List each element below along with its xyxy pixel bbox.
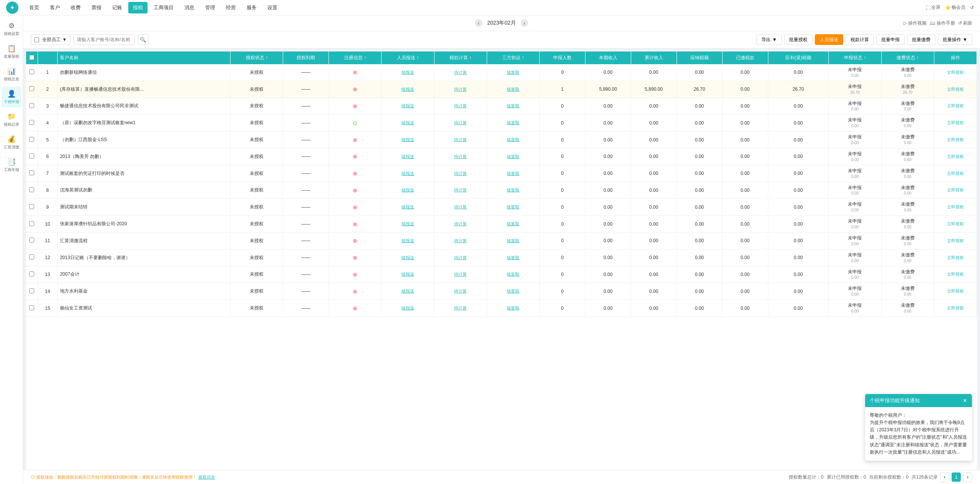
- member-btn[interactable]: ⭐ 畅会员: [945, 4, 965, 11]
- nav-bookkeeping[interactable]: 记账: [108, 2, 127, 13]
- third-party-link[interactable]: 续签取: [507, 70, 519, 75]
- third-party-link[interactable]: 续签取: [507, 137, 519, 142]
- sidebar-item-tax-settings[interactable]: ⚙ 报税设置: [2, 18, 22, 40]
- personal-report-link[interactable]: 续报送: [401, 221, 414, 226]
- personal-report-link[interactable]: 续报送: [401, 188, 414, 192]
- sidebar-item-remittance[interactable]: 💰 汇算清缴: [2, 132, 22, 153]
- action-btn[interactable]: 立即授权: [947, 204, 964, 210]
- tax-calc-link[interactable]: 待计算: [454, 188, 467, 192]
- action-btn[interactable]: 立即授权: [947, 255, 964, 261]
- action-btn[interactable]: 立即授权: [947, 137, 964, 143]
- third-party-link[interactable]: 续签取: [507, 103, 519, 108]
- tax-calc-link[interactable]: 待计算: [454, 154, 467, 159]
- third-party-link[interactable]: 续签取: [507, 289, 519, 293]
- row-checkbox[interactable]: [29, 187, 34, 192]
- nav-message[interactable]: 消息: [180, 2, 199, 13]
- fullscreen-btn[interactable]: ⛶ 全屏: [926, 4, 940, 11]
- prev-page-btn[interactable]: ‹: [940, 472, 949, 482]
- third-party-link[interactable]: 续签取: [507, 120, 519, 125]
- personal-report-link[interactable]: 续报送: [401, 205, 414, 209]
- nav-home[interactable]: 首页: [25, 2, 44, 13]
- personal-report-link[interactable]: 续报送: [401, 87, 414, 91]
- tax-calc-link[interactable]: 待计算: [454, 221, 467, 226]
- header-reg-info[interactable]: 注册信息 ↑: [329, 52, 381, 64]
- prev-month-btn[interactable]: ‹: [475, 19, 483, 27]
- tax-calc-link[interactable]: 待计算: [454, 70, 467, 75]
- personal-report-link[interactable]: 续报送: [401, 154, 414, 159]
- nav-client[interactable]: 客户: [45, 2, 65, 13]
- action-btn[interactable]: 立即授权: [947, 171, 964, 176]
- action-btn[interactable]: 立即授权: [947, 187, 964, 193]
- personal-report-btn[interactable]: 人员报送: [815, 34, 843, 45]
- tax-calc-link[interactable]: 待计算: [454, 137, 467, 142]
- tax-calc-link[interactable]: 待计算: [454, 171, 467, 176]
- third-party-link[interactable]: 续签取: [507, 188, 519, 192]
- action-btn[interactable]: 立即授权: [947, 305, 964, 311]
- row-checkbox[interactable]: [29, 103, 34, 108]
- action-btn[interactable]: 立即授权: [947, 70, 964, 75]
- tax-calc-link[interactable]: 待计算: [454, 272, 467, 276]
- tax-calc-link[interactable]: 待计算: [454, 306, 467, 310]
- bulk-ops-btn[interactable]: 批量操作 ▼: [938, 34, 972, 45]
- tax-calc-link[interactable]: 待计算: [454, 238, 467, 243]
- action-btn[interactable]: 立即授权: [947, 120, 964, 126]
- bulk-auth-btn[interactable]: 批量授权: [784, 34, 813, 45]
- nav-tax[interactable]: 报税: [128, 2, 148, 13]
- row-checkbox[interactable]: [29, 86, 34, 91]
- row-checkbox[interactable]: [29, 288, 34, 293]
- row-checkbox[interactable]: [29, 69, 34, 74]
- sidebar-item-tax-records[interactable]: 📁 报税记录: [2, 109, 22, 130]
- row-checkbox[interactable]: [29, 271, 34, 276]
- third-party-link[interactable]: 续签取: [507, 255, 519, 260]
- tax-calc-link[interactable]: 待计算: [454, 205, 467, 209]
- personal-report-link[interactable]: 续报送: [401, 255, 414, 260]
- export-btn[interactable]: 导出 ▼: [756, 34, 782, 45]
- header-report-status[interactable]: 申报状态 ↑: [829, 52, 881, 64]
- page-1-btn[interactable]: 1: [952, 472, 961, 482]
- third-party-link[interactable]: 续签取: [507, 238, 519, 243]
- header-refresh-btn[interactable]: ↺ 刷新: [958, 20, 972, 27]
- action-btn[interactable]: 立即授权: [947, 271, 964, 277]
- tax-calc-link[interactable]: 待计算: [454, 103, 467, 108]
- nav-commerce[interactable]: 工商项目: [149, 2, 178, 13]
- sidebar-item-bulk-tax[interactable]: 📋 批量报税: [2, 41, 22, 62]
- refresh-btn[interactable]: ↺: [970, 5, 974, 10]
- row-checkbox[interactable]: [29, 120, 34, 125]
- personal-report-link[interactable]: 续报送: [401, 103, 414, 108]
- third-party-link[interactable]: 续签取: [507, 154, 519, 159]
- nav-invoice[interactable]: 票报: [87, 2, 106, 13]
- tax-calc-link[interactable]: 待计算: [454, 120, 467, 125]
- nav-revenue[interactable]: 收费: [66, 2, 85, 13]
- nav-settings[interactable]: 设置: [263, 2, 282, 13]
- action-btn[interactable]: 立即授权: [947, 221, 964, 227]
- search-button[interactable]: 🔍: [138, 34, 149, 45]
- sidebar-item-personal-tax[interactable]: 👤 个税申报: [2, 86, 22, 108]
- action-btn[interactable]: 立即授权: [947, 103, 964, 109]
- personal-report-link[interactable]: 续报送: [401, 137, 414, 142]
- header-third-party[interactable]: 三方协议 ↑: [487, 52, 539, 64]
- row-checkbox[interactable]: [29, 170, 34, 175]
- tax-calc-btn[interactable]: 税款计算: [846, 34, 874, 45]
- personal-report-link[interactable]: 续报送: [401, 238, 414, 243]
- header-tax-calc[interactable]: 税款计算 ↑: [434, 52, 487, 64]
- row-checkbox[interactable]: [29, 137, 34, 142]
- tax-calc-link[interactable]: 待计算: [454, 289, 467, 293]
- action-btn[interactable]: 立即授权: [947, 288, 964, 294]
- personal-report-link[interactable]: 续报送: [401, 120, 414, 125]
- bulk-fee-btn[interactable]: 批量缴费: [907, 34, 935, 45]
- bulk-report-btn[interactable]: 批量申报: [876, 34, 905, 45]
- tax-calc-link[interactable]: 待计算: [454, 255, 467, 260]
- header-fee-status[interactable]: 缴费状态 ↑: [881, 52, 934, 64]
- video-btn[interactable]: ▷ 操作视频: [904, 20, 927, 27]
- third-party-link[interactable]: 续签取: [507, 221, 519, 226]
- auth-history-link[interactable]: 授权历史: [198, 474, 215, 480]
- sidebar-item-annual-report[interactable]: 📑 工商年报: [2, 155, 22, 176]
- nav-service[interactable]: 服务: [242, 2, 261, 13]
- row-checkbox[interactable]: [29, 153, 34, 158]
- select-all-checkbox[interactable]: [34, 37, 39, 42]
- row-checkbox[interactable]: [29, 204, 34, 209]
- manual-btn[interactable]: 📖 操作手册: [930, 20, 955, 27]
- search-input[interactable]: [73, 34, 135, 45]
- action-btn[interactable]: 立即授权: [947, 238, 964, 244]
- notification-close-btn[interactable]: ✕: [963, 398, 967, 404]
